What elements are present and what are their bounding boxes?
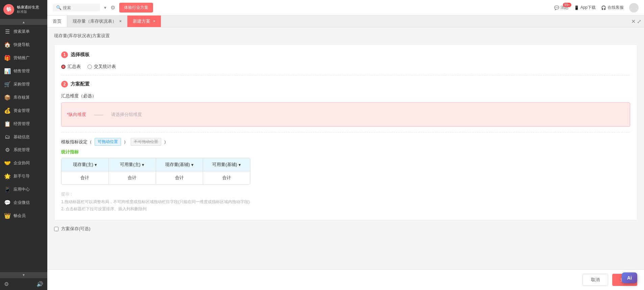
indicator-settings-close: ） [124,139,128,145]
sidebar-scroll-up[interactable]: ▲ [0,19,47,25]
sidebar-item-member[interactable]: 👑 畅会员 [0,209,47,222]
sales-icon: 📊 [4,68,11,74]
search-input[interactable] [63,5,97,10]
sidebar-item-cooperation-label: 企业协同 [14,160,30,166]
gear-icon[interactable]: ⚙ [110,4,115,11]
home-icon: 🏠 [4,42,11,48]
sidebar-item-basic-info[interactable]: 🗂 基础信息 [0,130,47,143]
divider-1 [61,75,630,75]
draggable-tag: 可拖动位置 [95,138,121,146]
tab-close-button[interactable]: ✕ [631,18,636,25]
tab-home[interactable]: 首页 [47,16,67,27]
sidebar-item-sales-label: 销售管理 [14,68,30,74]
new-scheme-tab-label: 新建方案 [133,18,150,24]
stats-body-cell-0-0: 合计 [61,171,109,184]
tip-item-1: 2. 点击标题栏下拉可设置排序、插入列和删除列 [61,206,630,212]
save-option[interactable]: 方案保存(可选) [54,226,637,232]
new-guide-icon: 🌟 [4,173,11,179]
sidebar-item-sales[interactable]: 📊 销售管理 [0,65,47,78]
message-icon: 💬 [554,5,559,10]
ai-button[interactable]: Ai [622,272,637,283]
sidebar-item-system-label: 系统管理 [14,147,30,153]
user-avatar[interactable] [629,3,639,13]
cancel-button[interactable]: 取消 [583,274,608,286]
system-icon: ⚙ [4,147,11,153]
radio-cross[interactable]: 交叉统计表 [88,64,116,70]
stats-body-cell-0-2: 合计 [156,171,203,184]
stats-body-cell-0-1: 合计 [109,171,156,184]
inventory-icon: 📦 [4,94,11,101]
settings-icon[interactable]: ⚙ [4,281,9,287]
stats-header-col-3-dropdown[interactable]: ▾ [239,162,241,167]
online-service-button[interactable]: 🎧 在线客服 [601,5,624,10]
sidebar-item-new-guide[interactable]: 🌟 新手引导 [0,170,47,183]
stats-header-col-0[interactable]: 现存量(主) ▾ [61,158,109,171]
inventory-status-tab-label: 现存量（库存状况表） [73,18,117,24]
main-area: 🔍 ▾ ⚙ 体验行业方案 💬 消息 99+ 📱 App下载 🎧 在线客服 [47,0,644,290]
topbar-right: 💬 消息 99+ 📱 App下载 🎧 在线客服 [554,3,639,13]
indicator-settings-title: 模板指标设定（ [61,139,92,145]
sidebar-scroll-down[interactable]: ▼ [0,272,47,278]
stats-header-col-3-label: 可用量(基辅) [212,162,237,168]
inventory-status-tab-close[interactable]: × [119,19,122,24]
sidebar-item-wechat[interactable]: 💬 企业微信 [0,196,47,209]
radio-summary-input[interactable] [61,65,66,69]
logo-icon: 畅 [3,4,14,15]
app-download-icon: 📱 [574,5,579,10]
step2-badge: 2 [61,81,68,88]
tip-item-1-link[interactable]: 删除列 [134,207,147,211]
stats-header-col-1-label: 可用量(主) [120,162,141,168]
app-download-label: App下载 [580,5,596,10]
wechat-icon: 💬 [4,199,11,206]
stats-body-cell-0-3: 合计 [203,171,250,184]
radio-cross-input[interactable] [88,65,92,69]
radio-summary[interactable]: 汇总表 [61,64,81,70]
tip-item-1-text: 2. 点击标题栏下拉可设置排序、插入列和 [61,207,134,211]
tab-inventory-status[interactable]: 现存量（库存状况表） × [67,16,127,27]
finance-icon: 💰 [4,107,11,114]
sidebar-item-purchase[interactable]: 🛒 采购管理 [0,78,47,91]
sidebar-item-marketing[interactable]: 🎁 营销推广 [0,51,47,65]
footer-bar: 取消 查询 [47,269,644,290]
step1-title: 选择模板 [71,52,90,58]
stats-header-col-2-dropdown[interactable]: ▾ [191,162,194,167]
online-service-label: 在线客服 [608,5,624,10]
radio-summary-label: 汇总表 [68,64,81,70]
stats-header-col-1[interactable]: 可用量(主) ▾ [109,158,156,171]
app-center-icon: 📱 [4,186,11,193]
online-service-icon: 🎧 [601,5,606,10]
stats-header-col-3[interactable]: 可用量(基辅) ▾ [203,158,250,171]
sidebar-item-finance[interactable]: 💰 资金管理 [0,104,47,117]
stats-header-col-2[interactable]: 现存量(基辅) ▾ [156,158,203,171]
logo-text: 畅康通好生意 [17,5,39,9]
stats-header-col-1-dropdown[interactable]: ▾ [142,162,144,167]
sidebar-item-search-menu[interactable]: ☰ 搜索菜单 [0,25,47,38]
tab-new-scheme[interactable]: 新建方案 × [127,16,161,27]
tab-expand-button[interactable]: ⤢ [637,18,641,25]
save-option-label: 方案保存(可选) [61,226,91,232]
sidebar-item-system[interactable]: ⚙ 系统管理 [0,143,47,156]
sidebar-item-inventory-label: 库存核算 [14,95,30,100]
message-badge: 99+ [563,3,571,7]
sidebar-item-inventory[interactable]: 📦 库存核算 [0,91,47,104]
sidebar-item-quick-nav[interactable]: 🏠 快捷导航 [0,38,47,51]
app-download-button[interactable]: 📱 App下载 [574,5,596,10]
sidebar-item-search-menu-label: 搜索菜单 [14,29,30,34]
sidebar-logo: 畅 畅康通好生意 标准版 [0,0,47,19]
topbar-search-box[interactable]: 🔍 [53,4,100,11]
sidebar-item-new-guide-label: 新手引导 [14,173,30,179]
new-scheme-tab-close[interactable]: × [153,19,155,24]
industry-plan-button[interactable]: 体验行业方案 [119,3,153,13]
radio-cross-label: 交叉统计表 [94,64,116,70]
stats-header-col-0-dropdown[interactable]: ▾ [95,162,97,167]
tips-title: 提示： [61,191,630,197]
help-icon[interactable]: 🔊 [36,281,43,287]
message-button[interactable]: 💬 消息 99+ [554,5,569,10]
save-checkbox[interactable] [54,227,58,231]
dropdown-icon[interactable]: ▾ [104,5,106,10]
tabs-bar: 首页 现存量（库存状况表） × 新建方案 × ✕ ⤢ [47,16,644,27]
sidebar-item-operation[interactable]: 📋 经营管理 [0,117,47,130]
sidebar-item-app-center[interactable]: 📱 应用中心 [0,183,47,196]
stats-header-col-0-label: 现存量(主) [73,162,94,168]
sidebar-item-cooperation[interactable]: 🤝 企业协同 [0,156,47,170]
